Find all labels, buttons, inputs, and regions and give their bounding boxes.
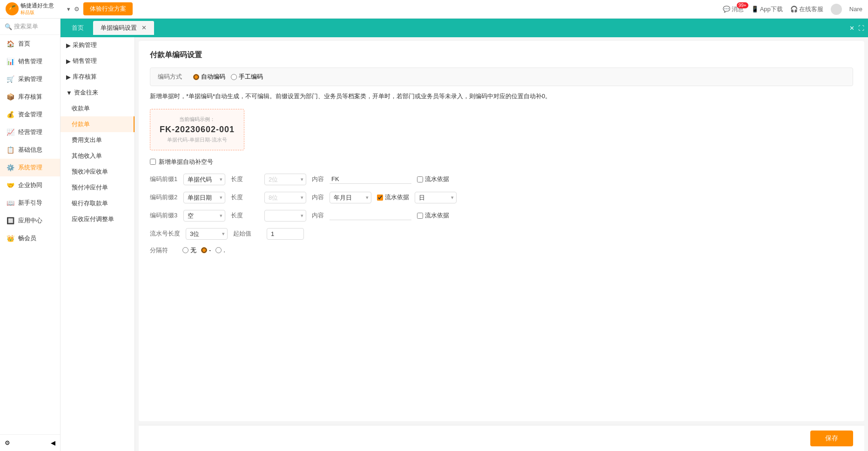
sidebar: 🔍 搜索菜单 🏠 首页 📊 销售管理 🛒 采购管理 📦 库存核算 💰 资金管理 …: [0, 19, 61, 451]
prefix2-label: 编码前缀2: [150, 193, 178, 202]
serial1-checkbox-label[interactable]: 流水依据: [417, 175, 449, 183]
sidebar-item-sales[interactable]: 📊 销售管理: [0, 53, 60, 70]
sidebar-item-member[interactable]: 👑 畅会员: [0, 229, 60, 247]
serial3-checkbox[interactable]: [417, 213, 423, 219]
maximize-icon[interactable]: ⛶: [858, 25, 864, 32]
nav-leaf-expense[interactable]: 费用支出单: [61, 132, 135, 148]
length2-select[interactable]: 8位: [264, 192, 306, 203]
trial-button[interactable]: 体验行业方案: [83, 2, 133, 15]
nav-leaf-adjustment[interactable]: 应收应付调整单: [61, 211, 135, 227]
system-icon: ⚙️: [7, 164, 14, 171]
serial2-checkbox[interactable]: [377, 195, 383, 201]
content2-label: 内容: [312, 193, 324, 202]
serial-length-row: 流水号长度 3位 起始值: [150, 228, 853, 240]
app-icon: 📱: [751, 6, 759, 13]
nav-group-capital[interactable]: ▼ 资金往来: [61, 85, 135, 101]
main-layout: 🔍 搜索菜单 🏠 首页 📊 销售管理 🛒 采购管理 📦 库存核算 💰 资金管理 …: [0, 19, 868, 451]
tab-close-icon[interactable]: ✕: [141, 24, 147, 31]
auto-radio-label[interactable]: 自动编码: [193, 73, 225, 81]
left-nav: ▶ 采购管理 ▶ 销售管理 ▶ 库存核算 ▼ 资金往来 收款单: [61, 37, 135, 451]
collapse-icon[interactable]: ◀: [51, 439, 55, 446]
logo: 🍊 畅捷通好生意 标品版: [6, 2, 54, 15]
separator-row: 分隔符 无 - .: [150, 246, 853, 255]
sidebar-item-home[interactable]: 🏠 首页: [0, 35, 60, 53]
preview-sub: 单据代码-单据日期-流水号: [160, 136, 235, 143]
content2-select[interactable]: 年月日: [330, 192, 371, 203]
message-button[interactable]: 💬 消息 99+: [723, 5, 744, 13]
online-service-button[interactable]: 🎧 在线客服: [790, 5, 823, 13]
topbar-left: 🍊 畅捷通好生意 标品版 ▾ ⚙ 体验行业方案: [6, 2, 133, 15]
settings-bottom-icon[interactable]: ⚙: [5, 439, 10, 446]
home-icon: 🏠: [7, 40, 14, 47]
nav-leaf-receipt[interactable]: 收款单: [61, 101, 135, 116]
preview-box: 当前编码示例： FK-20230602-001 单据代码-单据日期-流水号: [150, 109, 244, 150]
topbar-dropdown[interactable]: ▾: [67, 6, 70, 13]
encoding-radio-group: 自动编码 手工编码: [193, 73, 263, 81]
avatar[interactable]: [831, 4, 842, 15]
sidebar-item-apps[interactable]: 🔲 应用中心: [0, 212, 60, 229]
preview-label: 当前编码示例：: [160, 116, 235, 123]
tab-home[interactable]: 首页: [64, 21, 91, 35]
prefix1-select[interactable]: 单据代码: [183, 174, 225, 185]
sidebar-item-enterprise[interactable]: 🤝 企业协同: [0, 176, 60, 194]
sidebar-item-system[interactable]: ⚙️ 系统管理: [0, 159, 60, 176]
tab-encoding[interactable]: 单据编码设置 ✕: [93, 21, 154, 35]
topbar-nav: ▾ ⚙ 体验行业方案: [67, 2, 133, 15]
serial2-unit-select[interactable]: 日: [415, 192, 457, 203]
settings-icon[interactable]: ⚙: [74, 6, 80, 13]
user-name: Nare: [849, 6, 862, 13]
serial3-checkbox-label[interactable]: 流水依据: [417, 211, 449, 220]
serial-length-select[interactable]: 3位: [186, 228, 228, 240]
nav-leaf-other-income[interactable]: 其他收入单: [61, 148, 135, 164]
length1-select[interactable]: 2位: [264, 174, 306, 185]
save-button[interactable]: 保存: [810, 431, 853, 446]
content3-input: [330, 211, 411, 220]
close-window-icon[interactable]: ✕: [849, 25, 855, 32]
sidebar-item-finance[interactable]: 💰 资金管理: [0, 106, 60, 123]
auto-fill-row[interactable]: 新增单据自动补空号: [150, 158, 853, 166]
prefix3-select[interactable]: 空: [183, 210, 225, 222]
separator-dot-label[interactable]: .: [215, 247, 225, 254]
prefix2-select[interactable]: 单据日期: [183, 192, 225, 203]
start-value-input[interactable]: [267, 228, 304, 240]
sidebar-item-inventory[interactable]: 📦 库存核算: [0, 88, 60, 106]
length3-select[interactable]: [264, 210, 306, 222]
logo-text: 畅捷通好生意 标品版: [20, 2, 54, 15]
member-icon: 👑: [7, 235, 14, 242]
nav-leaf-payment[interactable]: 付款单: [61, 116, 135, 132]
app-download-button[interactable]: 📱 App下载: [751, 5, 783, 13]
content2-select-wrapper: 年月日: [330, 192, 371, 203]
separator-dot-radio[interactable]: [215, 247, 222, 253]
auto-fill-checkbox[interactable]: [150, 159, 156, 165]
nav-group-sales[interactable]: ▶ 销售管理: [61, 53, 135, 69]
separator-none-label[interactable]: 无: [182, 246, 196, 255]
sidebar-item-guide[interactable]: 📖 新手引导: [0, 194, 60, 212]
operation-icon: 📈: [7, 128, 14, 136]
sidebar-item-basic[interactable]: 📋 基础信息: [0, 141, 60, 159]
prefix1-select-wrapper: 单据代码: [183, 174, 225, 185]
apps-icon: 🔲: [7, 217, 14, 224]
nav-group-inventory[interactable]: ▶ 库存核算: [61, 69, 135, 85]
sidebar-item-purchase[interactable]: 🛒 采购管理: [0, 70, 60, 88]
topbar-right: 💬 消息 99+ 📱 App下载 🎧 在线客服 Nare: [723, 4, 862, 15]
prefix2-select-wrapper: 单据日期: [183, 192, 225, 203]
prefix3-label: 编码前缀3: [150, 211, 178, 220]
separator-dash-radio[interactable]: [201, 247, 207, 253]
service-icon: 🎧: [790, 6, 798, 13]
sidebar-item-operation[interactable]: 📈 经营管理: [0, 123, 60, 141]
serial2-checkbox-label[interactable]: 流水依据: [377, 193, 409, 202]
manual-radio[interactable]: [231, 74, 237, 80]
nav-leaf-advance-offset[interactable]: 预付冲应付单: [61, 180, 135, 195]
finance-icon: 💰: [7, 111, 14, 118]
nav-leaf-bank[interactable]: 银行存取款单: [61, 195, 135, 211]
manual-radio-label[interactable]: 手工编码: [231, 73, 263, 81]
separator-dash-label[interactable]: -: [201, 247, 211, 254]
auto-radio[interactable]: [193, 74, 199, 80]
nav-group-purchase[interactable]: ▶ 采购管理: [61, 37, 135, 53]
purchase-icon: 🛒: [7, 75, 14, 83]
nav-leaf-prepay-offset[interactable]: 预收冲应收单: [61, 164, 135, 180]
serial1-checkbox[interactable]: [417, 176, 423, 182]
search-menu[interactable]: 🔍 搜索菜单: [0, 19, 60, 35]
basic-icon: 📋: [7, 146, 14, 154]
separator-none-radio[interactable]: [182, 247, 188, 253]
